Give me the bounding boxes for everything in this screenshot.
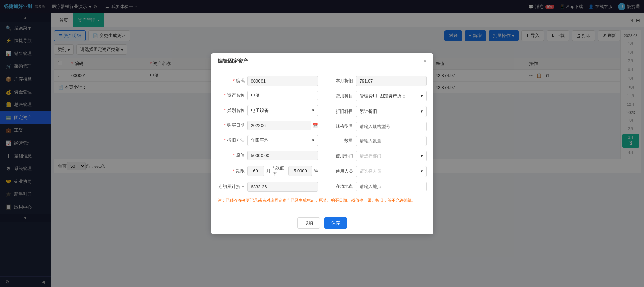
form-row-person: 使用人员 请选择人员 ▾: [326, 166, 427, 177]
dept-placeholder: 请选择部门: [360, 153, 381, 159]
dep-subject-value: 累计折旧: [360, 108, 377, 115]
expense-subject-chevron-icon: ▾: [421, 93, 423, 98]
dialog-header: 编辑固定资产 ×: [211, 53, 433, 69]
quantity-input[interactable]: [356, 136, 427, 146]
person-chevron-icon: ▾: [421, 169, 423, 174]
asset-name-label: * 资产名称: [218, 92, 245, 98]
expense-subject-select[interactable]: 管理费用_固定资产折旧 ▾: [356, 91, 427, 101]
code-label: * 编码: [218, 78, 245, 84]
period-wrapper: 月 * 残值率 %: [247, 165, 318, 177]
form-row-code: * 编码: [218, 76, 318, 86]
person-select[interactable]: 请选择人员 ▾: [356, 166, 427, 177]
form-row-location: 存放地点: [326, 182, 427, 191]
asset-name-input[interactable]: [247, 91, 318, 100]
dept-chevron-icon: ▾: [421, 153, 423, 158]
code-input[interactable]: [247, 76, 318, 86]
form-row-original-value: * 原值: [218, 151, 318, 160]
dep-subject-label: 折旧科目: [326, 108, 353, 115]
dialog-footer: 取消 保存: [211, 212, 433, 234]
dialog-close-btn[interactable]: ×: [423, 58, 426, 64]
form-row-initial-dep: 期初累计折旧: [218, 182, 318, 192]
initial-dep-input[interactable]: [247, 182, 318, 192]
spec-label: 规格型号: [326, 123, 353, 129]
form-row-dep-subject: 折旧科目 累计折旧 ▾: [326, 106, 427, 117]
form-row-dep-method: * 折旧方法 年限平均 ▾: [218, 135, 318, 146]
form-left: * 编码 * 资产名称 * 类别名称: [218, 76, 318, 196]
dep-subject-chevron-icon: ▾: [421, 109, 423, 114]
purchase-date-label: * 购买日期: [218, 122, 245, 128]
this-month-dep-label: 本月折旧: [326, 78, 353, 84]
dept-select[interactable]: 请选择部门 ▾: [356, 151, 427, 161]
form-row-category: * 类别名称 电子设备 ▾: [218, 105, 318, 116]
form-right: 本月折旧 费用科目 管理费用_固定资产折旧 ▾ 折旧科目: [326, 76, 427, 196]
category-select-value: 电子设备: [251, 107, 269, 114]
dialog-body: * 编码 * 资产名称 * 类别名称: [211, 69, 433, 212]
period-label: * 期限: [218, 168, 245, 174]
dialog-title: 编辑固定资产: [218, 58, 248, 64]
this-month-dep-input: [356, 76, 427, 86]
person-placeholder: 请选择人员: [360, 168, 381, 174]
period-input[interactable]: [247, 166, 264, 176]
dialog-note: 注：已经存在变更记录或者对应固定资产已经生成凭证，原值、购买日期、残值率、累计折…: [218, 196, 427, 205]
category-chevron-icon: ▾: [312, 108, 314, 113]
dialog-overlay: 编辑固定资产 × * 编码 * 资产名称: [0, 0, 644, 287]
purchase-date-input[interactable]: [247, 121, 311, 130]
expense-subject-value: 管理费用_固定资产折旧: [360, 93, 406, 99]
form-row-this-month-dep: 本月折旧: [326, 76, 427, 86]
dep-subject-select[interactable]: 累计折旧 ▾: [356, 106, 427, 117]
expense-subject-label: 费用科目: [326, 93, 353, 99]
original-value-label: * 原值: [218, 152, 245, 158]
dep-method-label: * 折旧方法: [218, 137, 245, 144]
form-row-spec: 规格型号: [326, 122, 427, 131]
residual-rate-input[interactable]: [288, 166, 312, 176]
purchase-date-input-wrapper: 📅: [247, 121, 318, 130]
cancel-button[interactable]: 取消: [297, 217, 320, 229]
edit-asset-dialog: 编辑固定资产 × * 编码 * 资产名称: [211, 53, 433, 234]
form-grid: * 编码 * 资产名称 * 类别名称: [218, 76, 427, 196]
period-unit: 月: [266, 168, 271, 174]
dep-method-value: 年限平均: [251, 137, 269, 144]
dept-label: 使用部门: [326, 153, 353, 159]
quantity-label: 数量: [326, 138, 353, 144]
dep-method-select[interactable]: 年限平均 ▾: [247, 135, 318, 146]
location-input[interactable]: [356, 182, 427, 191]
dep-method-chevron-icon: ▾: [312, 138, 314, 143]
original-value-input[interactable]: [247, 151, 318, 160]
residual-rate-label-inline: * 残值率: [273, 165, 286, 177]
form-row-quantity: 数量: [326, 136, 427, 146]
form-row-asset-name: * 资产名称: [218, 91, 318, 100]
location-label: 存放地点: [326, 183, 353, 189]
form-row-expense-subject: 费用科目 管理费用_固定资产折旧 ▾: [326, 91, 427, 101]
form-row-period: * 期限 月 * 残值率 %: [218, 165, 318, 177]
initial-dep-label: 期初累计折旧: [218, 184, 245, 190]
form-row-dept: 使用部门 请选择部门 ▾: [326, 151, 427, 161]
form-row-purchase-date: * 购买日期 📅: [218, 121, 318, 130]
residual-rate-unit: %: [314, 168, 318, 173]
category-select[interactable]: 电子设备 ▾: [247, 105, 318, 116]
category-label: * 类别名称: [218, 107, 245, 114]
person-label: 使用人员: [326, 168, 353, 174]
spec-input[interactable]: [356, 122, 427, 131]
calendar-icon[interactable]: 📅: [313, 123, 318, 128]
save-button[interactable]: 保存: [324, 217, 347, 229]
